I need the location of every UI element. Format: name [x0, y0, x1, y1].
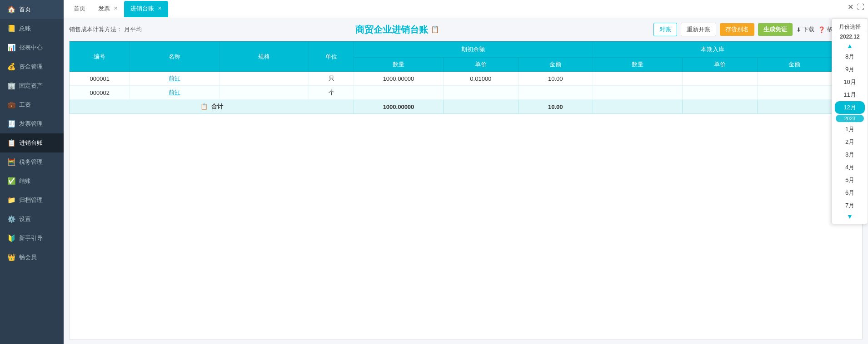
col-name: 名称 [130, 42, 219, 72]
current-year-display: 2022.12 [832, 32, 868, 41]
cost-method-value: 月平均 [124, 26, 142, 33]
month-item-8[interactable]: 8月 [832, 50, 868, 63]
sidebar-item-settings[interactable]: ⚙️ 设置 [0, 210, 64, 229]
settings-icon: ⚙️ [7, 215, 15, 223]
month-selector-panel: 月份选择 2022.12 ▲ 8月 9月 10月 11月 12月 2023 1月… [832, 18, 868, 224]
fund-icon: 💰 [7, 63, 15, 71]
data-table: 编号 名称 规格 单位 期初余额 本期入库 数 数量 单价 金额 数量 单价 [70, 41, 862, 114]
sidebar-item-label: 归档管理 [19, 196, 43, 204]
checkout-icon: ✅ [7, 177, 15, 185]
month-item-12[interactable]: 12月 [835, 101, 865, 114]
sidebar-item-label: 结账 [19, 177, 31, 185]
total-amount-in [757, 100, 832, 114]
row1-amount-in [757, 72, 832, 86]
sidebar-item-salary[interactable]: 💼 工资 [0, 95, 64, 114]
month-item-9[interactable]: 9月 [832, 63, 868, 76]
month-item-2[interactable]: 2月 [832, 136, 868, 148]
sidebar-item-checkout[interactable]: ✅ 结账 [0, 172, 64, 191]
row1-price-in [683, 72, 757, 86]
col-id: 编号 [70, 42, 130, 72]
total-amount-init: 10.00 [518, 100, 593, 114]
row1-qty-init: 1000.00000 [354, 72, 443, 86]
total-icon: 📋 [200, 103, 208, 110]
sidebar-item-vip[interactable]: 👑 畅会员 [0, 248, 64, 267]
row1-qty-in [593, 72, 682, 86]
row2-qty-init [354, 86, 443, 100]
month-item-6[interactable]: 6月 [832, 187, 868, 199]
sidebar-item-general-ledger[interactable]: 📒 总账 [0, 19, 64, 38]
col-qichu-amount: 金额 [518, 58, 593, 72]
action-buttons: 对账 重新开账 存货别名 生成凭证 ⬇ 下载 ❓ 帮助 🔄 刷新 [653, 23, 863, 36]
report-icon: 📊 [7, 44, 15, 52]
sidebar-item-purchase-sales-ledger[interactable]: 📋 进销台账 [0, 133, 64, 152]
scroll-up-button[interactable]: ▲ [832, 41, 868, 50]
col-qichu-qty: 数量 [354, 58, 443, 72]
download-button[interactable]: ⬇ 下载 [796, 25, 814, 34]
sidebar-item-fund-management[interactable]: 💰 资金管理 [0, 57, 64, 76]
row1-unit: 只 [309, 72, 354, 86]
sidebar-item-label: 发票管理 [19, 120, 43, 128]
page-title: 商贸企业进销台账 📋 [355, 24, 439, 36]
generate-voucher-button[interactable]: 生成凭证 [758, 23, 793, 36]
ledger-icon: 📒 [7, 25, 15, 33]
month-item-1[interactable]: 1月 [832, 123, 868, 136]
window-controls: ✕ ⛶ [848, 3, 864, 11]
info-icon[interactable]: 📋 [431, 25, 439, 34]
row2-spec [219, 86, 309, 100]
month-selector-title: 月份选择 [832, 21, 868, 32]
scroll-down-button[interactable]: ▼ [832, 212, 868, 221]
row2-price-init [444, 86, 518, 100]
sidebar-item-tax-management[interactable]: 🧮 税务管理 [0, 152, 64, 172]
vip-icon: 👑 [7, 253, 15, 261]
month-item-5[interactable]: 5月 [832, 174, 868, 187]
row1-spec [219, 72, 309, 86]
year-2023-label: 2023 [836, 115, 864, 122]
help-icon: ❓ [818, 26, 825, 33]
row2-id: 000002 [70, 86, 130, 100]
tab-purchase-sales-close[interactable]: ✕ [158, 5, 162, 11]
total-row: 📋 合计 1000.00000 10.00 [70, 100, 862, 114]
close-window-button[interactable]: ✕ [848, 3, 853, 11]
sidebar-item-report-center[interactable]: 📊 报表中心 [0, 38, 64, 57]
col-qichu-group: 期初余额 [354, 42, 593, 58]
sidebar-item-label: 总账 [19, 25, 31, 33]
reopen-button[interactable]: 重新开账 [681, 23, 716, 36]
col-ruku-qty: 数量 [593, 58, 682, 72]
save-alias-button[interactable]: 存货别名 [720, 23, 754, 36]
sidebar-item-fixed-assets[interactable]: 🏢 固定资产 [0, 76, 64, 95]
month-item-11[interactable]: 11月 [832, 88, 868, 101]
row1-name: 前缸 [130, 72, 219, 86]
tab-home[interactable]: 首页 [67, 1, 92, 17]
sidebar-item-label: 工资 [19, 101, 31, 109]
maximize-window-button[interactable]: ⛶ [857, 3, 864, 11]
col-qichu-price: 单价 [444, 58, 518, 72]
sidebar-item-label: 报表中心 [19, 44, 43, 52]
home-icon: 🏠 [7, 5, 15, 14]
topbar: 销售成本计算方法： 月平均 商贸企业进销台账 📋 对账 重新开账 存货别名 生成… [69, 23, 863, 36]
month-item-10[interactable]: 10月 [832, 76, 868, 88]
table-row: 000002 前缸 个 [70, 86, 862, 100]
tab-purchase-sales[interactable]: 进销台账 ✕ [124, 1, 168, 17]
month-item-4[interactable]: 4月 [832, 161, 868, 174]
tab-invoice-close[interactable]: ✕ [114, 5, 118, 11]
sidebar-item-invoice-management[interactable]: 🧾 发票管理 [0, 114, 64, 133]
guide-icon: 🔰 [7, 234, 15, 242]
sidebar-item-archive[interactable]: 📁 归档管理 [0, 191, 64, 210]
purchase-sales-icon: 📋 [7, 139, 15, 147]
sidebar-item-label: 设置 [19, 215, 31, 223]
archive-icon: 📁 [7, 196, 15, 204]
page-title-text: 商贸企业进销台账 [355, 24, 428, 36]
sidebar-item-beginner-guide[interactable]: 🔰 新手引导 [0, 229, 64, 248]
total-price-init [444, 100, 518, 114]
row2-qty-in [593, 86, 682, 100]
total-label-cell: 📋 合计 [70, 100, 354, 114]
sidebar-item-label: 税务管理 [19, 158, 43, 166]
reconcile-button[interactable]: 对账 [653, 23, 677, 36]
row1-id: 000001 [70, 72, 130, 86]
month-item-7[interactable]: 7月 [832, 199, 868, 212]
tab-invoice[interactable]: 发票 ✕ [92, 1, 124, 17]
total-qty-init: 1000.00000 [354, 100, 443, 114]
month-item-3[interactable]: 3月 [832, 148, 868, 161]
data-table-wrapper: 编号 名称 规格 单位 期初余额 本期入库 数 数量 单价 金额 数量 单价 [69, 41, 863, 339]
sidebar-item-home[interactable]: 🏠 首页 [0, 0, 64, 19]
